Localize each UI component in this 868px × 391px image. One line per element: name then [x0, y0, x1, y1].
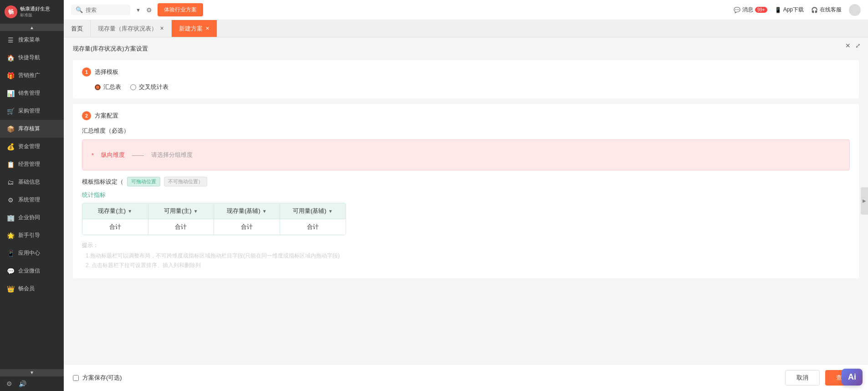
customer-service-button[interactable]: 🎧 在线客服 — [811, 6, 842, 14]
stats-header-col2[interactable]: 可用量(主) ▼ — [148, 203, 214, 219]
sidebar-nav: ☰ 搜索菜单 🏠 快捷导航 🎁 营销推广 📊 销售管理 🛒 采购管理 📦 库存核… — [0, 31, 64, 369]
sidebar-label-quick-nav: 快捷导航 — [18, 54, 40, 62]
tab-new-plan-close-icon[interactable]: ✕ — [205, 26, 209, 31]
tab-new-plan-label: 新建方案 — [179, 25, 203, 33]
sidebar-item-enterprise[interactable]: 🏢 企业协同 — [0, 209, 64, 226]
cancel-button[interactable]: 取消 — [785, 370, 820, 386]
close-panel-icon[interactable]: ✕ — [845, 42, 851, 49]
speaker-icon[interactable]: 🔊 — [19, 380, 26, 387]
tab-new-plan[interactable]: 新建方案 ✕ — [172, 20, 217, 37]
stats-table: 现存量(主) ▼ 可用量(主) ▼ 现存量(基辅) ▼ 可用量(基辅) — [82, 203, 346, 235]
tab-inventory-status[interactable]: 现存量（库存状况表） ✕ — [91, 20, 172, 37]
sidebar-label-system: 系统管理 — [18, 196, 40, 204]
required-star: * — [92, 152, 94, 159]
radio-cross-label: 交叉统计表 — [139, 83, 168, 91]
stats-header-col1[interactable]: 现存量(主) ▼ — [82, 203, 148, 219]
sidebar-scroll-down[interactable]: ▼ — [0, 369, 64, 376]
search-menu-icon: ☰ — [6, 36, 15, 44]
non-draggable-badge: 不可拖动位置） — [164, 177, 207, 186]
sidebar-item-inventory[interactable]: 📦 库存核算 — [0, 120, 64, 138]
stats-table-body: 合计 合计 合计 合计 — [82, 219, 346, 235]
sidebar-bottom: ⚙ 🔊 — [0, 376, 64, 391]
tab-inventory-close-icon[interactable]: ✕ — [160, 26, 164, 31]
sidebar-label-enterprise: 企业协同 — [18, 214, 40, 221]
messages-button[interactable]: 💬 消息 99+ — [734, 6, 767, 14]
star-icon: 🌟 — [6, 232, 15, 239]
sidebar-label-search: 搜索菜单 — [18, 36, 40, 44]
settings-icon[interactable]: ⚙ — [6, 380, 12, 387]
crown-icon: 👑 — [6, 285, 15, 293]
search-input[interactable] — [86, 7, 122, 13]
save-option-label: 方案保存(可选) — [82, 374, 122, 382]
save-checkbox[interactable] — [73, 375, 79, 381]
sidebar-scroll-up[interactable]: ▲ — [0, 24, 64, 31]
radio-cross[interactable]: 交叉统计表 — [130, 83, 168, 91]
sidebar-logo: 畅 畅康通好生意 标准版 — [0, 0, 64, 24]
save-option[interactable]: 方案保存(可选) — [73, 374, 122, 382]
main-content: 🔍 ▼ ⚙ 体验行业方案 💬 消息 99+ 📱 App下载 🎧 在线客服 — [64, 0, 868, 391]
dimension-area[interactable]: * 纵向维度 —— 请选择分组维度 — [82, 139, 850, 170]
page-title: 现存量(库存状况表)方案设置 — [73, 45, 859, 53]
topbar-dropdown-icon[interactable]: ▼ — [136, 7, 141, 13]
gift-icon: 🎁 — [6, 72, 15, 79]
app-download-label: App下载 — [783, 6, 804, 14]
user-avatar[interactable] — [849, 4, 861, 16]
radio-summary[interactable]: 汇总表 — [95, 83, 121, 91]
sidebar-item-operations[interactable]: 📋 经营管理 — [0, 155, 64, 173]
home-icon: 🏠 — [6, 54, 15, 62]
message-badge: 99+ — [755, 7, 767, 13]
chevron-down-col1-icon[interactable]: ▼ — [128, 209, 132, 214]
stats-body-col1: 合计 — [82, 219, 148, 235]
topbar: 🔍 ▼ ⚙ 体验行业方案 💬 消息 99+ 📱 App下载 🎧 在线客服 — [64, 0, 868, 20]
topbar-gear-icon[interactable]: ⚙ — [146, 6, 152, 14]
stats-body-col2: 合计 — [148, 219, 214, 235]
right-panel-toggle[interactable]: ▶ — [861, 187, 868, 215]
stats-header-col3[interactable]: 现存量(基辅) ▼ — [214, 203, 280, 219]
ai-badge[interactable]: Ai — [842, 369, 863, 386]
customer-service-label: 在线客服 — [820, 6, 842, 14]
chevron-down-col3-icon[interactable]: ▼ — [262, 209, 267, 214]
dimension-placeholder: 请选择分组维度 — [151, 151, 193, 159]
sidebar-item-app-center[interactable]: 📱 应用中心 — [0, 244, 64, 262]
sidebar-item-marketing[interactable]: 🎁 营销推广 — [0, 67, 64, 84]
tab-home-label: 首页 — [71, 25, 83, 33]
tab-home[interactable]: 首页 — [64, 20, 91, 37]
phone-icon: 📱 — [6, 250, 15, 257]
app-download-button[interactable]: 📱 App下载 — [775, 6, 804, 14]
stats-header-col4[interactable]: 可用量(基辅) ▼ — [280, 203, 346, 219]
tips-section: 提示： 1.拖动标题栏可以调整布局，不可跨维度或指标区域拖动栏目字段(只能在同一… — [82, 242, 850, 269]
sidebar-item-sales[interactable]: 📊 销售管理 — [0, 84, 64, 102]
topbar-search-icon: 🔍 — [76, 6, 83, 13]
content-area: ✕ ⤢ 现存量(库存状况表)方案设置 1 选择模板 汇总表 交叉统计表 — [64, 37, 868, 364]
app-download-icon: 📱 — [775, 7, 781, 13]
gear-icon: ⚙ — [6, 196, 15, 204]
chevron-down-col4-icon[interactable]: ▼ — [328, 209, 333, 214]
sidebar-item-system[interactable]: ⚙ 系统管理 — [0, 191, 64, 209]
sidebar-item-quick-nav[interactable]: 🏠 快捷导航 — [0, 49, 64, 67]
trial-button[interactable]: 体验行业方案 — [158, 3, 203, 16]
chevron-down-col2-icon[interactable]: ▼ — [194, 209, 198, 214]
sidebar-item-onboarding[interactable]: 🌟 新手引导 — [0, 226, 64, 244]
stats-section-label: 统计指标 — [82, 191, 850, 199]
sidebar-item-finance[interactable]: 💰 资金管理 — [0, 138, 64, 155]
folder-icon: 🗂 — [6, 179, 15, 186]
sidebar-label-purchase: 采购管理 — [18, 107, 40, 115]
sidebar-item-member[interactable]: 👑 畅会员 — [0, 280, 64, 298]
box-icon: 📦 — [6, 125, 15, 133]
sidebar-item-purchase[interactable]: 🛒 采购管理 — [0, 102, 64, 120]
topbar-search-box[interactable]: 🔍 — [71, 5, 130, 15]
section1-number: 1 — [82, 67, 91, 77]
clipboard-icon: 📋 — [6, 161, 15, 168]
money-icon: 💰 — [6, 143, 15, 150]
radio-cross-input[interactable] — [130, 84, 136, 90]
sidebar-item-wechat[interactable]: 💬 企业微信 — [0, 262, 64, 280]
expand-panel-icon[interactable]: ⤢ — [855, 42, 861, 49]
sidebar-item-search[interactable]: ☰ 搜索菜单 — [0, 31, 64, 49]
section1-card: 1 选择模板 汇总表 交叉统计表 — [73, 60, 859, 98]
radio-summary-input[interactable] — [95, 84, 101, 90]
stats-header-col3-label: 现存量(基辅) — [227, 207, 260, 215]
message-label: 消息 — [742, 6, 753, 14]
chart-icon: 📊 — [6, 90, 15, 97]
sidebar-item-basic-info[interactable]: 🗂 基础信息 — [0, 173, 64, 191]
tip-item-2: 2. 点击标题栏下拉可设置排序、插入列和删除列 — [82, 262, 850, 269]
